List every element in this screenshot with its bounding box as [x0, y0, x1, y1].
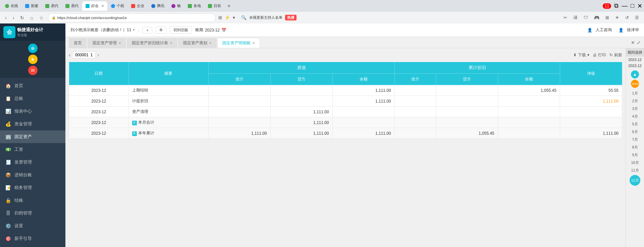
- add-account-btn[interactable]: +: [143, 27, 152, 34]
- browser-tab-online[interactable]: 在线: [2, 1, 21, 11]
- hot-search-badge[interactable]: 热搜: [285, 15, 297, 20]
- sidebar-item-tax[interactable]: 📝 税务管理: [0, 181, 65, 194]
- browser-tab-active[interactable]: 好会 ✕: [82, 1, 107, 11]
- refresh-button[interactable]: ↻: [18, 14, 26, 21]
- period-month-2[interactable]: 2月: [626, 97, 644, 105]
- download-btn[interactable]: ⬇ 下载 ▾: [573, 52, 589, 58]
- sidebar-item-archive[interactable]: 🗄 归档管理: [0, 207, 65, 220]
- settings-btn[interactable]: ⚙: [156, 26, 166, 34]
- sidebar-item-guide[interactable]: 🎯 新手引导: [0, 232, 65, 245]
- tab-depreciation[interactable]: 固定资产折旧统计表 ✕: [127, 38, 177, 48]
- translate-icon[interactable]: 译: [572, 14, 579, 21]
- browser-tab-gedi[interactable]: 各地: [184, 1, 204, 11]
- cell-accum-balance: [498, 117, 560, 128]
- sidebar-item-reports[interactable]: 📊 报表中心: [0, 105, 65, 118]
- print-btn[interactable]: 🖨 打印: [593, 52, 606, 58]
- cell-summary: 资产清理: [128, 107, 208, 117]
- bookmark-button[interactable]: ☆: [38, 14, 45, 21]
- tab-home[interactable]: 首页: [69, 38, 87, 48]
- table-row: 2023-12 年本年累计 1,111.00 1,111.00 1,111.00…: [69, 128, 622, 139]
- sidebar-item-inventory[interactable]: 📦 进销台账: [0, 169, 65, 181]
- browser-tab-qiye[interactable]: 企业: [128, 1, 148, 11]
- tab-depreciation-close[interactable]: ✕: [170, 41, 172, 45]
- browser-tab-yidai1[interactable]: 易代: [42, 1, 62, 11]
- browser-tab-chang[interactable]: 畅: [168, 1, 184, 11]
- grid-icon[interactable]: ⊞: [604, 14, 611, 21]
- year-tag-btn[interactable]: 2023: [631, 80, 639, 88]
- tab-fixed-mgmt-close[interactable]: ✕: [118, 41, 121, 45]
- next-page-btn[interactable]: ›: [97, 52, 99, 58]
- brightness-icon[interactable]: ☀: [613, 14, 621, 21]
- period-month-5[interactable]: 5月: [626, 120, 644, 128]
- quick-action-star[interactable]: ★: [28, 55, 38, 64]
- back-button[interactable]: ‹: [3, 14, 8, 21]
- home-button[interactable]: ⌂: [29, 14, 35, 21]
- menu-icon[interactable]: ☰: [633, 14, 641, 21]
- sidebar-item-fund[interactable]: 💰 资金管理: [0, 118, 65, 130]
- extensions-icon[interactable]: ⊞: [218, 15, 222, 20]
- address-bar[interactable]: 🔒 https://cloud.chanjet.com/accounting/u…: [48, 13, 216, 22]
- sidebar-item-home[interactable]: 🏠 首页: [0, 79, 65, 92]
- tab-detail-ledger[interactable]: 固定资产明细账 ✕: [217, 38, 260, 48]
- tab-detail-ledger-close[interactable]: ✕: [252, 41, 255, 45]
- browser-tab-tengxun[interactable]: 腾讯: [148, 1, 168, 11]
- refresh-btn[interactable]: ↻ 刷新: [609, 52, 622, 58]
- lightning-icon[interactable]: ⚡: [225, 15, 230, 20]
- browser-tab-muqian[interactable]: 目前: [205, 1, 224, 11]
- cell-orig-credit: [270, 85, 332, 96]
- switch-version-btn[interactable]: 切到旧版: [170, 26, 192, 34]
- inventory-icon: 📦: [5, 172, 11, 178]
- browser-tab-geshui[interactable]: 个税: [108, 1, 127, 11]
- dropdown-arrow[interactable]: ▾: [133, 28, 135, 32]
- sidebar-label-invoice: 发票管理: [14, 159, 32, 165]
- tab-category-close[interactable]: ✕: [209, 41, 212, 45]
- tab-fixed-mgmt[interactable]: 固定资产管理 ✕: [88, 38, 126, 48]
- tab-expand-btn[interactable]: ⤢: [637, 40, 641, 45]
- prev-page-btn[interactable]: ‹: [69, 52, 70, 58]
- close-window-btn[interactable]: ✕: [637, 2, 642, 10]
- browser-tab-yidai2[interactable]: 易代: [62, 1, 82, 11]
- period-month-6[interactable]: 6月: [626, 128, 644, 136]
- dropdown-icon[interactable]: ▾: [233, 15, 235, 20]
- tab-collapse-btn[interactable]: ✕: [631, 40, 635, 45]
- period-month-3[interactable]: 3月: [626, 105, 644, 113]
- address-bar-row: ‹ › ↻ ⌂ ☆ 🔒 https://cloud.chanjet.com/ac…: [0, 12, 644, 23]
- sidebar-item-salary[interactable]: 💵 工资: [0, 143, 65, 156]
- period-month-8[interactable]: 8月: [626, 143, 644, 151]
- period-year2[interactable]: 2023.12: [626, 63, 644, 69]
- sidebar-item-fixed-assets[interactable]: 🏢 固定资产: [0, 130, 65, 143]
- period-month-9[interactable]: 9月: [626, 151, 644, 159]
- period-month-4[interactable]: 4月: [626, 113, 644, 120]
- cell-orig-debit: [208, 117, 270, 128]
- minimize-btn[interactable]: —: [622, 2, 628, 9]
- period-selector: 账期 2023-12 📅: [195, 27, 226, 33]
- period-month-10[interactable]: 10月: [626, 159, 644, 167]
- maximize-btn[interactable]: □: [631, 2, 634, 9]
- quick-action-mail[interactable]: ✉: [28, 66, 38, 75]
- support-text[interactable]: 人工咨询: [596, 27, 612, 33]
- sidebar-item-settings[interactable]: ⚙️ 设置: [0, 220, 65, 232]
- history-icon[interactable]: ↺: [624, 14, 631, 21]
- forward-button[interactable]: ›: [11, 14, 16, 21]
- scroll-up-btn[interactable]: ▲: [631, 70, 639, 78]
- row-tag: 年: [132, 131, 137, 136]
- new-tab-button[interactable]: +: [225, 3, 233, 9]
- sidebar-item-invoice[interactable]: 🧾 发票管理: [0, 156, 65, 169]
- restore-btn[interactable]: ⧉: [614, 2, 619, 9]
- browser-tab-close[interactable]: ✕: [101, 4, 104, 8]
- sidebar-item-close-period[interactable]: 🔒 结账: [0, 194, 65, 207]
- scissors-icon[interactable]: ✂: [562, 14, 569, 21]
- period-month-7[interactable]: 7月: [626, 136, 644, 143]
- period-year1[interactable]: 2023.12: [626, 57, 644, 63]
- period-month-1[interactable]: 1月: [626, 89, 644, 97]
- sidebar-item-general-ledger[interactable]: 📋 总账: [0, 92, 65, 105]
- period-month-12[interactable]: 12月: [630, 175, 640, 186]
- period-month-11[interactable]: 11月: [626, 167, 644, 174]
- browser-tab-new[interactable]: 新建: [22, 1, 42, 11]
- tab-category[interactable]: 固定资产类别 ✕: [178, 38, 217, 48]
- col-accum-debit-header: 借方: [394, 74, 436, 85]
- shield-icon[interactable]: 🛡: [582, 14, 590, 21]
- quick-action-home[interactable]: ⊕: [28, 44, 38, 53]
- gamepad-icon[interactable]: 🎮: [592, 14, 601, 21]
- cell-net: 1,111.00: [560, 96, 622, 107]
